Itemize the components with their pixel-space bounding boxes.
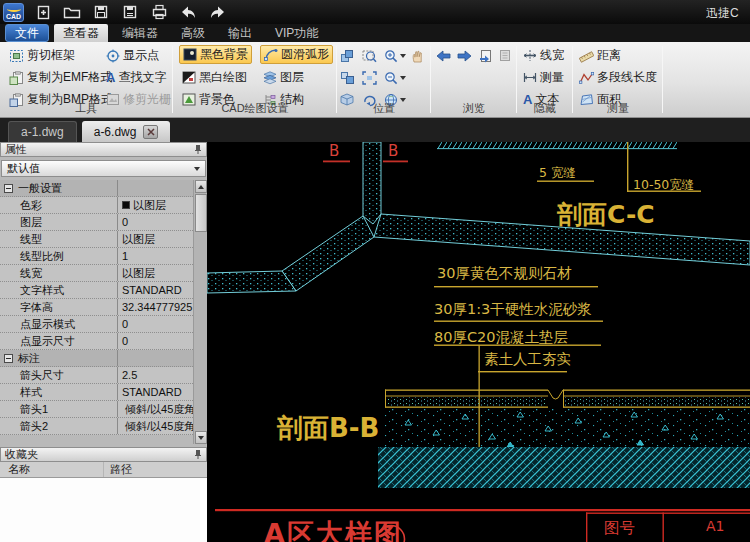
dropdown-arrow-icon bbox=[400, 54, 406, 58]
ribbon-divider bbox=[172, 46, 173, 113]
sheet-number-value: A1 bbox=[706, 518, 724, 534]
polyline-length-icon bbox=[579, 71, 594, 85]
close-tab-button[interactable] bbox=[143, 125, 158, 139]
scroll-up-button[interactable] bbox=[195, 180, 207, 193]
pin-icon[interactable] bbox=[194, 144, 202, 155]
show-point-button[interactable]: 显示点 bbox=[103, 46, 162, 65]
section-bb-drawing bbox=[378, 390, 750, 489]
concrete-layer bbox=[383, 408, 750, 447]
property-row: 文字样式STANDARD bbox=[0, 282, 193, 299]
copy-emf-icon bbox=[9, 71, 24, 85]
expansion-joint bbox=[548, 390, 563, 399]
print-button[interactable] bbox=[149, 3, 169, 21]
zoom-window-icon bbox=[362, 49, 377, 63]
layers-button[interactable]: 图层 bbox=[260, 68, 307, 87]
zoom-out-button[interactable] bbox=[384, 68, 406, 87]
reload-page-button[interactable] bbox=[478, 46, 493, 65]
section-mark-b-right: B bbox=[388, 142, 398, 160]
zoom-in-button[interactable] bbox=[384, 46, 406, 65]
detail-title: A区大样图 bbox=[264, 518, 403, 542]
save-as-button[interactable] bbox=[120, 3, 140, 21]
property-grid-scrollbar[interactable] bbox=[193, 180, 207, 444]
undo-button[interactable] bbox=[178, 3, 198, 21]
preset-dropdown[interactable]: 默认值 bbox=[1, 160, 206, 177]
tab-a6-dwg[interactable]: a-6.dwg bbox=[82, 121, 171, 142]
back-button[interactable] bbox=[436, 46, 451, 65]
fit-extents-icon bbox=[362, 71, 377, 85]
left-sidebar: 属性 默认值 一般设置 色彩以图层 图层0 线型以图层 线型比例1 线宽以图层 … bbox=[0, 142, 207, 542]
favorites-list[interactable] bbox=[0, 478, 207, 542]
property-row: 线型以图层 bbox=[0, 231, 193, 248]
forward-button[interactable] bbox=[457, 46, 472, 65]
smooth-arc-icon bbox=[264, 48, 278, 61]
triangle-down-icon bbox=[198, 436, 204, 440]
group-label-cad-settings: CAD绘图设置 bbox=[174, 101, 336, 116]
menu-viewer[interactable]: 查看器 bbox=[54, 24, 108, 42]
black-background-button[interactable]: 黑色背景 bbox=[179, 45, 252, 64]
property-row: 箭头1倾斜/以45度角 bbox=[0, 401, 193, 418]
dropdown-arrow-icon bbox=[400, 76, 406, 80]
title-block: 图号 A1 A区大样图 1 bbox=[215, 509, 750, 542]
distance-icon bbox=[579, 49, 594, 63]
fit-extents-button[interactable] bbox=[362, 68, 377, 87]
menu-output[interactable]: 输出 bbox=[219, 24, 261, 42]
cad-canvas[interactable]: B B 5 宽缝 10-50宽缝 剖面C-C 30厚黄色不规则石材 30厚1:3… bbox=[207, 142, 750, 542]
detail-number: 1 bbox=[387, 531, 397, 542]
smooth-arc-button[interactable]: 圆滑弧形 bbox=[260, 45, 333, 64]
zoom-window-button[interactable] bbox=[362, 46, 377, 65]
arrow-right-icon bbox=[457, 49, 472, 63]
undo-icon bbox=[180, 5, 197, 20]
section-cc-annotations: 5 宽缝 10-50宽缝 剖面C-C bbox=[537, 142, 701, 229]
page-disabled-button[interactable] bbox=[498, 46, 512, 65]
view-cube-alt-button[interactable] bbox=[340, 68, 355, 87]
menu-bar: 文件 查看器 编辑器 高级 输出 VIP功能 bbox=[0, 24, 750, 42]
column-name[interactable]: 名称 bbox=[0, 462, 104, 477]
measure-distance-button[interactable]: 距离 bbox=[576, 46, 624, 65]
ribbon-group-tools: 剪切框架 复制为EMF格式 复制为BMP格式 显示点 A 查找文字 修剪光栅 bbox=[0, 42, 172, 117]
find-text-button[interactable]: A 查找文字 bbox=[103, 68, 169, 87]
group-label-hide: 隐藏 bbox=[518, 101, 572, 116]
hide-measure-button[interactable]: 测量 bbox=[520, 68, 567, 87]
group-label-browse: 浏览 bbox=[432, 101, 516, 116]
scroll-down-button[interactable] bbox=[195, 431, 207, 444]
document-tab-bar: a-1.dwg a-6.dwg bbox=[0, 118, 750, 142]
redo-button[interactable] bbox=[207, 3, 227, 21]
clip-frame-button[interactable]: 剪切框架 bbox=[6, 46, 78, 65]
bw-drawing-icon bbox=[182, 71, 196, 84]
save-button[interactable] bbox=[91, 3, 111, 21]
collapse-icon[interactable] bbox=[4, 184, 13, 193]
menu-vip[interactable]: VIP功能 bbox=[266, 24, 327, 42]
favorites-column-headers: 名称 路径 bbox=[0, 462, 207, 478]
collapse-icon[interactable] bbox=[4, 354, 13, 363]
section-cc-title: 剖面C-C bbox=[556, 200, 655, 229]
tab-a1-dwg[interactable]: a-1.dwg bbox=[8, 121, 77, 142]
hide-lineweight-button[interactable]: 线宽 bbox=[520, 46, 567, 65]
bw-drawing-button[interactable]: 黑白绘图 bbox=[179, 68, 250, 87]
property-row: 线宽以图层 bbox=[0, 265, 193, 282]
find-text-icon: A bbox=[106, 71, 115, 84]
menu-advanced[interactable]: 高级 bbox=[172, 24, 214, 42]
menu-editor[interactable]: 编辑器 bbox=[113, 24, 167, 42]
property-row: 箭头2倾斜/以45度角 bbox=[0, 418, 193, 435]
view-cube-button[interactable] bbox=[340, 46, 355, 65]
copy-emf-button[interactable]: 复制为EMF格式 bbox=[6, 68, 115, 87]
column-path[interactable]: 路径 bbox=[104, 462, 132, 477]
ribbon-group-position: 位置 bbox=[338, 42, 430, 117]
new-file-button[interactable] bbox=[33, 3, 53, 21]
layer-note-2: 30厚1:3干硬性水泥砂浆 bbox=[434, 301, 592, 317]
pin-icon[interactable] bbox=[194, 449, 202, 460]
property-grid: 一般设置 色彩以图层 图层0 线型以图层 线型比例1 线宽以图层 文字样式STA… bbox=[0, 180, 193, 435]
menu-file[interactable]: 文件 bbox=[5, 24, 49, 42]
measure-polyline-button[interactable]: 多段线长度 bbox=[576, 68, 660, 87]
open-file-button[interactable] bbox=[62, 3, 82, 21]
scrollbar-thumb[interactable] bbox=[195, 194, 207, 232]
properties-panel-header: 属性 bbox=[0, 142, 207, 157]
property-row: 样式STANDARD bbox=[0, 384, 193, 401]
gap-label-small: 5 宽缝 bbox=[539, 165, 576, 180]
pan-button[interactable] bbox=[410, 46, 424, 65]
chevron-down-icon bbox=[194, 167, 200, 171]
redo-icon bbox=[209, 5, 226, 20]
property-section: 一般设置 bbox=[0, 180, 193, 197]
layer-note-4: 素土人工夯实 bbox=[484, 351, 571, 367]
window-title: 迅捷C bbox=[706, 5, 750, 22]
